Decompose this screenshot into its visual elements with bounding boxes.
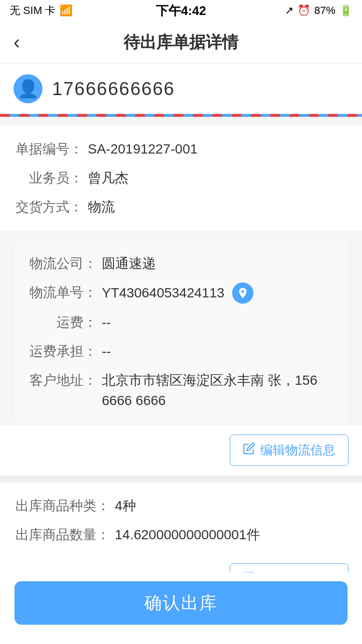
doc-no-value: SA-20191227-001 — [88, 139, 347, 159]
status-bar: 无 SIM 卡 📶 下午4:42 ↗ ⏰ 87% 🔋 — [0, 0, 362, 21]
salesman-row: 业务员： 曾凡杰 — [15, 168, 347, 188]
product-qty-value: 14.620000000000001件 — [115, 525, 347, 545]
edit-btn-wrapper: 编辑物流信息 — [0, 425, 362, 476]
location-icon: ↗ — [285, 4, 293, 17]
product-type-value: 4种 — [115, 496, 347, 516]
confirm-outbound-button[interactable]: 确认出库 — [14, 581, 348, 625]
edit-icon — [243, 442, 255, 458]
page-title: 待出库单据详情 — [124, 31, 238, 54]
delivery-label: 交货方式： — [15, 197, 83, 217]
edit-logistics-label: 编辑物流信息 — [260, 442, 335, 459]
back-button[interactable]: ‹ — [14, 31, 20, 53]
battery-icon: 🔋 — [339, 4, 352, 17]
address-row: 客户地址： 北京市市辖区海淀区永丰南 张，156 6666 6666 — [29, 370, 333, 411]
carrier-label: 无 SIM 卡 — [10, 3, 56, 18]
battery-label: 87% — [314, 4, 335, 17]
product-qty-row: 出库商品数量： 14.620000000000001件 — [15, 525, 347, 545]
tracking-row: 物流单号： YT43064053424113 — [29, 282, 333, 304]
product-section: 出库商品种类： 4种 出库商品数量： 14.620000000000001件 — [0, 482, 362, 559]
delivery-value: 物流 — [88, 197, 347, 217]
product-qty-label: 出库商品数量： — [15, 525, 110, 545]
delivery-row: 交货方式： 物流 — [15, 197, 347, 217]
doc-no-row: 单据编号： SA-20191227-001 — [15, 139, 347, 159]
location-track-button[interactable] — [232, 282, 253, 304]
dashed-separator — [0, 114, 362, 117]
status-time: 下午4:42 — [156, 2, 206, 19]
address-value: 北京市市辖区海淀区永丰南 张，156 6666 6666 — [102, 370, 333, 411]
basic-info-section: 单据编号： SA-20191227-001 业务员： 曾凡杰 交货方式： 物流 — [0, 126, 362, 231]
customer-header: 👤 17666666666 — [0, 64, 362, 114]
address-label: 客户地址： — [29, 370, 97, 391]
tracking-value: YT43064053424113 — [102, 282, 333, 304]
freight-bearer-value: -- — [102, 341, 333, 362]
logistics-company-row: 物流公司： 圆通速递 — [29, 253, 333, 274]
salesman-label: 业务员： — [15, 168, 83, 188]
avatar: 👤 — [14, 74, 42, 103]
doc-no-label: 单据编号： — [15, 139, 83, 159]
bottom-button-wrapper: 确认出库 — [0, 573, 362, 644]
status-left: 无 SIM 卡 📶 — [10, 3, 72, 18]
freight-bearer-row: 运费承担： -- — [29, 341, 333, 362]
logistics-card: 物流公司： 圆通速递 物流单号： YT43064053424113 运费： -- — [14, 239, 348, 425]
freight-bearer-label: 运费承担： — [29, 341, 97, 362]
alarm-icon: ⏰ — [297, 4, 310, 17]
product-type-row: 出库商品种类： 4种 — [15, 496, 347, 516]
salesman-value: 曾凡杰 — [88, 168, 347, 188]
freight-value: -- — [102, 312, 333, 333]
tracking-number: YT43064053424113 — [102, 283, 224, 303]
logistics-company-label: 物流公司： — [29, 253, 97, 274]
wifi-icon: 📶 — [59, 4, 72, 17]
section-divider — [0, 476, 362, 482]
nav-bar: ‹ 待出库单据详情 — [0, 21, 362, 64]
freight-row: 运费： -- — [29, 312, 333, 333]
freight-label: 运费： — [29, 312, 97, 333]
product-type-label: 出库商品种类： — [15, 496, 110, 516]
status-right: ↗ ⏰ 87% 🔋 — [285, 4, 352, 17]
logistics-company-value: 圆通速递 — [102, 253, 333, 274]
person-icon: 👤 — [17, 79, 39, 99]
customer-phone: 17666666666 — [52, 79, 175, 99]
tracking-label: 物流单号： — [29, 282, 97, 303]
edit-logistics-button[interactable]: 编辑物流信息 — [230, 434, 348, 466]
location-pin-icon — [237, 287, 249, 299]
